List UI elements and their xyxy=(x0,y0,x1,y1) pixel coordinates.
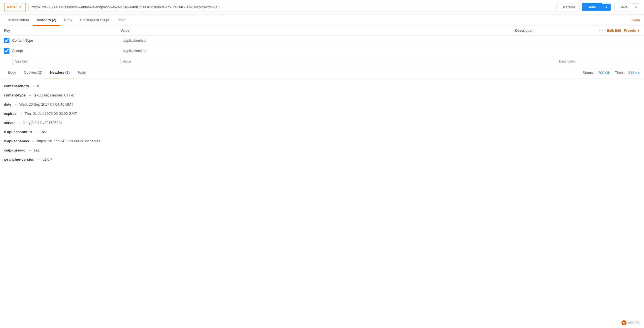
row1-checkbox[interactable] xyxy=(4,38,9,43)
resp-header-value: v1.6.7 xyxy=(43,157,52,161)
col-desc-label: Description xyxy=(515,29,598,33)
resp-header-item: expires → Thu, 01 Jan 1970 00:00:00 GMT xyxy=(4,111,640,116)
method-button[interactable]: POST ▼ xyxy=(4,3,26,11)
resp-header-key: x-api-user-id xyxy=(4,148,26,152)
row2-checkbox[interactable] xyxy=(4,48,9,54)
arrow-icon: → xyxy=(31,84,35,88)
new-key-input[interactable] xyxy=(12,58,121,65)
tab-headers[interactable]: Headers (2) xyxy=(33,14,60,26)
row1-value: application/json xyxy=(123,39,557,43)
arrow-icon: → xyxy=(34,130,38,134)
resp-header-item: x-api-schemas → http://120.77.214.113:80… xyxy=(4,139,640,143)
resp-header-value: Wed, 20 Sep 2017 07:04:40 GMT xyxy=(19,102,73,106)
send-group: Send ▼ xyxy=(582,3,611,11)
col-value-label: Value xyxy=(121,29,515,33)
resp-header-key: x-api-schemas xyxy=(4,139,29,143)
status-value: 200 OK xyxy=(598,71,610,75)
resp-header-value: Jetty(9.2.11.v20150529) xyxy=(23,121,62,125)
headers-section: Key Value Description ··· Bulk Edit Pres… xyxy=(0,26,644,67)
table-row: Content-Type application/json xyxy=(0,36,644,46)
resp-header-key: x-rancher-version xyxy=(4,157,34,161)
bulk-edit-button[interactable]: Bulk Edit xyxy=(607,29,621,33)
presets-chevron-icon: ▼ xyxy=(637,29,640,33)
resp-header-item: content-length → 0 xyxy=(4,84,640,88)
resp-header-key: content-length xyxy=(4,84,29,88)
send-button[interactable]: Send xyxy=(582,3,602,11)
save-dropdown-button[interactable]: ▼ xyxy=(632,3,640,11)
new-value-input[interactable] xyxy=(121,58,557,65)
resp-header-key: content-type xyxy=(4,93,26,97)
request-tabs: Authorization Headers (2) Body Pre-reque… xyxy=(0,14,644,26)
resp-header-item: x-api-user-id → 1a1 xyxy=(4,148,640,152)
resp-header-value: Thu, 01 Jan 1970 00:00:00 GMT xyxy=(25,111,77,116)
resp-tab-tests[interactable]: Tests xyxy=(74,67,90,78)
resp-header-item: server → Jetty(9.2.11.v20150529) xyxy=(4,121,640,125)
response-status-area: Status: 200 OK Time: 314 ms xyxy=(583,71,640,75)
more-options-icon[interactable]: ··· xyxy=(598,28,604,33)
row1-key: Content-Type xyxy=(12,39,123,43)
resp-header-value: 1a5 xyxy=(40,130,46,134)
url-bar: POST ▼ Params Send ▼ Save ▼ xyxy=(0,0,644,14)
resp-header-key: expires xyxy=(4,111,17,116)
status-label: Status: xyxy=(583,71,594,75)
resp-header-value: 0 xyxy=(37,84,39,88)
resp-header-item: x-rancher-version → v1.6.7 xyxy=(4,157,640,161)
arrow-icon: → xyxy=(17,121,21,125)
arrow-icon: → xyxy=(37,157,40,161)
resp-tab-cookies[interactable]: Cookies (2) xyxy=(20,67,46,78)
arrow-icon: → xyxy=(31,139,35,143)
resp-header-item: x-api-account-id → 1a5 xyxy=(4,130,640,134)
resp-header-item: date → Wed, 20 Sep 2017 07:04:40 GMT xyxy=(4,102,640,106)
tab-body[interactable]: Body xyxy=(60,14,76,26)
row2-key: Accept xyxy=(12,49,123,53)
resp-header-key: date xyxy=(4,102,11,106)
headers-table-header: Key Value Description ··· Bulk Edit Pres… xyxy=(0,26,644,36)
arrow-icon: → xyxy=(14,102,17,106)
time-label: Time: xyxy=(615,71,624,75)
presets-button[interactable]: Presets ▼ xyxy=(624,29,640,33)
resp-header-key: server xyxy=(4,121,15,125)
arrow-icon: → xyxy=(19,111,23,116)
arrow-icon: → xyxy=(28,148,31,152)
table-actions: ··· Bulk Edit Presets ▼ xyxy=(598,28,640,33)
save-button[interactable]: Save xyxy=(615,3,632,11)
response-headers-content: content-length → 0 content-type → text/p… xyxy=(0,78,644,172)
resp-header-value: http://120.77.214.113:8080/v1/schemas xyxy=(37,139,100,143)
tab-tests[interactable]: Tests xyxy=(113,14,129,26)
resp-header-value: 1a1 xyxy=(34,148,40,152)
new-header-row xyxy=(0,56,644,67)
resp-tab-body[interactable]: Body xyxy=(4,67,20,78)
method-label: POST xyxy=(7,5,17,9)
save-group: Save ▼ xyxy=(615,3,640,11)
arrow-icon: → xyxy=(28,93,31,97)
table-row: Accept application/json xyxy=(0,46,644,56)
time-value: 314 ms xyxy=(628,71,640,75)
row2-value: application/json xyxy=(123,49,557,53)
url-input[interactable] xyxy=(28,3,557,11)
code-link[interactable]: Code xyxy=(631,18,640,22)
resp-header-key: x-api-account-id xyxy=(4,130,32,134)
resp-header-value: text/plain; charset=UTF-8 xyxy=(34,93,74,97)
new-desc-input[interactable] xyxy=(557,58,640,65)
resp-header-item: content-type → text/plain; charset=UTF-8 xyxy=(4,93,640,97)
send-dropdown-button[interactable]: ▼ xyxy=(602,4,611,11)
col-key-label: Key xyxy=(4,29,121,33)
tab-authorization[interactable]: Authorization xyxy=(4,14,33,26)
params-button[interactable]: Params xyxy=(559,3,580,11)
resp-tab-headers[interactable]: Headers (9) xyxy=(46,67,74,78)
method-chevron-icon: ▼ xyxy=(19,6,21,9)
response-tabs: Body Cookies (2) Headers (9) Tests Statu… xyxy=(0,67,644,78)
tab-prerequest[interactable]: Pre-request Script xyxy=(76,14,113,26)
